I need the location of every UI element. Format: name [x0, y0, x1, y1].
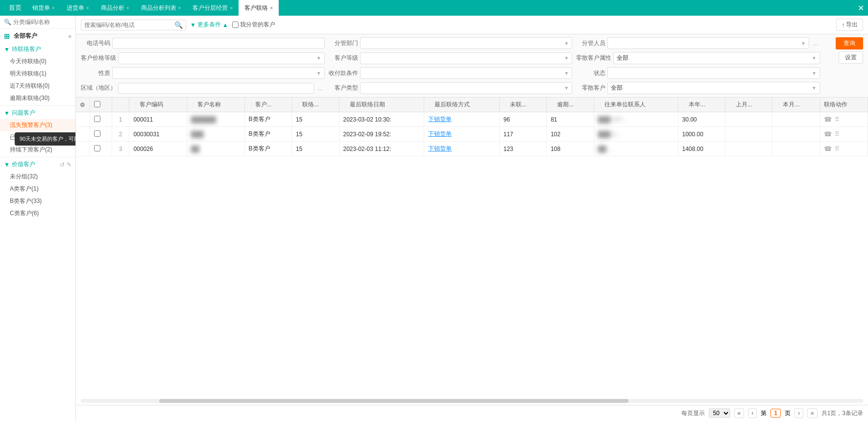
select-all-checkbox[interactable] — [94, 101, 100, 107]
close-tab-analysis-list[interactable]: × — [178, 5, 181, 11]
th-last-method[interactable]: ⋮最后联络方式 — [424, 98, 499, 112]
price-grade-select[interactable]: ▼ — [118, 52, 325, 64]
customer-table: ⚙ ⋮客户编码 ⋮客户名称 ⋮客户... ⋮联络... ⋮最后联络日期 ⋮最后联… — [76, 98, 868, 156]
region-input[interactable] — [118, 83, 314, 94]
my-customers-checkbox[interactable] — [232, 22, 239, 28]
tab-purchase[interactable]: 进货单 × — [61, 0, 95, 16]
payment-select[interactable]: ▼ — [360, 67, 573, 79]
row2-action: ☎ ⠿ — [820, 127, 868, 142]
last-page-btn[interactable]: » — [807, 408, 818, 418]
tab-customer-contact[interactable]: 客户联络 × — [239, 0, 279, 16]
row1-phone-icon[interactable]: ☎ — [824, 116, 832, 123]
next-page-btn[interactable]: › — [795, 408, 803, 418]
sidebar-item-7day-contact[interactable]: 近7天待联络(0) — [0, 80, 75, 92]
th-uncontacted[interactable]: ⋮未联... — [499, 98, 546, 112]
sidebar-item-a-customers[interactable]: A类客户(1) — [0, 183, 75, 195]
sidebar-group-value[interactable]: ▼ 价值客户 ↺ ✎ — [0, 158, 75, 171]
tab-home[interactable]: 首页 — [4, 0, 26, 16]
first-page-btn[interactable]: « — [734, 408, 745, 418]
th-this-month[interactable]: ⋮本月... — [772, 98, 820, 112]
close-tab-customer-contact[interactable]: × — [270, 5, 273, 11]
row2-phone-icon[interactable]: ☎ — [824, 130, 832, 138]
sidebar-item-b-customers[interactable]: B类客户(33) — [0, 195, 75, 207]
sidebar-all-customers[interactable]: ⊞ 全部客户 « — [0, 29, 75, 43]
tab-customer-seg[interactable]: 客户分层经营 × — [187, 0, 239, 16]
region-dots[interactable]: ... — [316, 85, 325, 92]
price-grade-caret: ▼ — [316, 55, 321, 61]
th-overdue[interactable]: ⋮逾期... — [547, 98, 594, 112]
sidebar-item-churn-warn[interactable]: 流失预警客户(3) — [0, 119, 75, 131]
row3-contact: 15 — [292, 142, 339, 156]
content-area: 🔍 ▼ 更多条件 ▲ 我分管的客户 ↑ 导出 — [76, 16, 868, 421]
tab-sales[interactable]: 销货单 × — [26, 0, 61, 16]
close-tab-sales[interactable]: × — [52, 5, 55, 11]
search-icon[interactable]: 🔍 — [174, 21, 183, 29]
th-type[interactable]: ⋮客户... — [244, 98, 291, 112]
th-unit-contacts[interactable]: ⋮往来单位联系人 — [594, 98, 678, 112]
tab-analysis[interactable]: 商品分析 × — [95, 0, 135, 16]
scrollbar-thumb[interactable] — [159, 399, 628, 403]
close-tab-purchase[interactable]: × — [86, 5, 89, 11]
row2-type: B类客户 — [244, 127, 291, 142]
cust-type-select[interactable]: ▼ — [360, 82, 573, 94]
retail-attr-select[interactable]: 全部 ▼ — [613, 52, 820, 64]
edit-icon[interactable]: ✎ — [67, 161, 72, 168]
more-conditions-btn[interactable]: ▼ 更多条件 ▲ — [190, 21, 228, 29]
row2-code: 00030031 — [129, 127, 187, 142]
page-label: 第 — [761, 409, 767, 418]
row2-more-icon[interactable]: ⠿ — [835, 130, 840, 138]
tab-analysis-list[interactable]: 商品分析列表 × — [135, 0, 187, 16]
th-contact[interactable]: ⋮联络... — [292, 98, 339, 112]
row1-more-icon[interactable]: ⠿ — [835, 116, 840, 123]
sidebar-group-problem[interactable]: ▼ 问题客户 — [0, 107, 75, 119]
row1-last-method[interactable]: 下销货单 — [424, 112, 499, 127]
status-select[interactable]: ▼ — [607, 67, 820, 79]
settings-button[interactable]: 设置 — [839, 51, 863, 64]
row3-select[interactable] — [94, 145, 100, 151]
sidebar-search-input[interactable] — [13, 19, 72, 25]
row2-select[interactable] — [94, 130, 100, 137]
close-tab-customer-seg[interactable]: × — [230, 5, 233, 11]
export-icon: ↑ — [842, 22, 844, 28]
sidebar-item-today-contact[interactable]: 今天待联络(0) — [0, 55, 75, 68]
search-input[interactable] — [84, 22, 172, 28]
prev-page-btn[interactable]: ‹ — [748, 408, 757, 418]
retail-select[interactable]: 全部 ▼ — [607, 82, 820, 94]
person-dots[interactable]: ... — [811, 40, 820, 47]
row3-last-method[interactable]: 下销货单 — [424, 142, 499, 156]
row2-last-method[interactable]: 下销货单 — [424, 127, 499, 142]
dept-select[interactable]: ▼ — [360, 37, 573, 49]
row3-name: ██ — [187, 142, 244, 156]
person-select[interactable]: ▼ — [607, 37, 809, 49]
row3-phone-icon[interactable]: ☎ — [824, 145, 832, 152]
sidebar-item-overdue-contact[interactable]: 逾期未联络(30) — [0, 92, 75, 104]
customer-grade-select[interactable]: ▼ — [360, 52, 573, 64]
page-size-label: 每页显示 — [681, 409, 705, 418]
th-code[interactable]: ⋮客户编码 — [129, 98, 187, 112]
current-page: 1 — [771, 409, 781, 418]
query-button[interactable]: 查询 — [836, 37, 863, 50]
row3-more-icon[interactable]: ⠿ — [835, 145, 840, 152]
sidebar-item-c-customers[interactable]: C类客户(6) — [0, 207, 75, 220]
th-this-year[interactable]: ⋮本年... — [678, 98, 725, 112]
nature-select[interactable]: ▼ — [112, 67, 325, 79]
export-button[interactable]: ↑ 导出 — [836, 19, 863, 31]
th-name[interactable]: ⋮客户名称 — [187, 98, 244, 112]
sidebar-group-pending[interactable]: ▼ 待联络客户 — [0, 43, 75, 55]
sidebar-item-tomorrow-contact[interactable]: 明天待联络(1) — [0, 68, 75, 80]
my-customers-checkbox-label[interactable]: 我分管的客户 — [232, 21, 275, 29]
th-last-month[interactable]: ⋮上月... — [725, 98, 772, 112]
th-gear[interactable]: ⚙ — [76, 98, 90, 112]
window-close-icon[interactable]: ✕ — [858, 3, 864, 13]
filter-price-grade: 客户价格等级 ▼ — [81, 52, 325, 64]
page-size-select[interactable]: 50 — [709, 408, 730, 418]
sidebar-collapse-icon[interactable]: « — [68, 33, 72, 40]
refresh-icon[interactable]: ↺ — [60, 161, 65, 168]
th-last-date[interactable]: ⋮最后联络日期 — [339, 98, 424, 112]
sidebar-item-ungroup[interactable]: 未分组(32) — [0, 171, 75, 183]
close-tab-analysis[interactable]: × — [126, 5, 129, 11]
filter-retail-attr: 零散客户属性 全部 ▼ — [576, 52, 820, 64]
horizontal-scrollbar[interactable] — [81, 399, 863, 403]
phone-input[interactable] — [112, 38, 325, 49]
row1-select[interactable] — [94, 116, 100, 122]
